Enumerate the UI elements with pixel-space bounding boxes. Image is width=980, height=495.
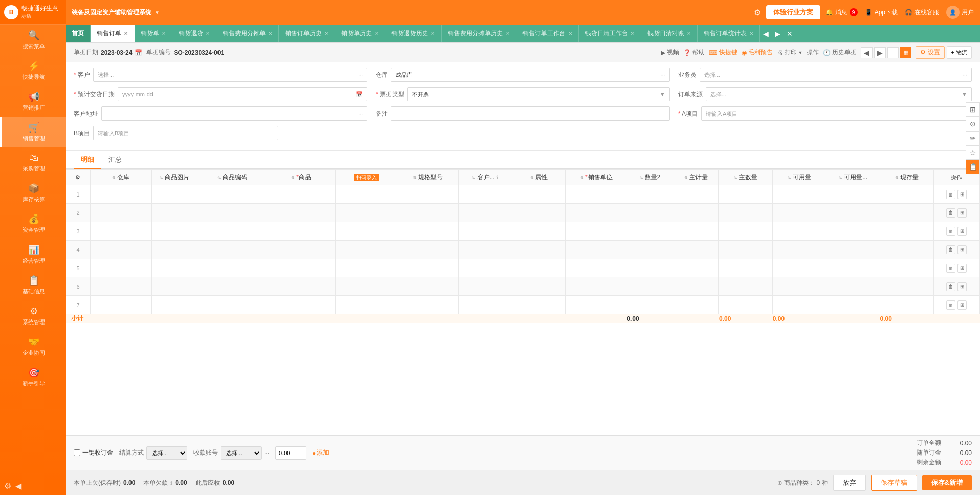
row-product-cell[interactable] <box>267 241 336 259</box>
row-main-qty-cell[interactable] <box>719 259 773 277</box>
sidebar-item-marketing[interactable]: 📢 营销推广 <box>0 86 66 117</box>
sidebar-item-purchase[interactable]: 🛍 采购管理 <box>0 147 66 178</box>
row-avail-cell[interactable] <box>773 204 826 222</box>
row-copy-icon[interactable]: ⊞ <box>957 208 967 218</box>
payment-method-select[interactable]: 选择... <box>146 446 187 460</box>
delivery-date-input[interactable]: yyyy-mm-dd 📅 <box>118 87 367 101</box>
row-image-cell[interactable] <box>151 241 198 259</box>
save-new-button[interactable]: 保存&新增 <box>922 475 972 490</box>
row-main-qty-cell[interactable] <box>719 204 773 222</box>
row-code-cell[interactable] <box>198 296 267 314</box>
row-code-cell[interactable] <box>198 241 267 259</box>
row-main-qty-cell[interactable] <box>719 241 773 259</box>
tab-home[interactable]: 首页 <box>66 25 91 42</box>
row-spec-cell[interactable] <box>397 296 459 314</box>
customer-dots-icon[interactable]: ··· <box>358 72 363 78</box>
float-btn-3[interactable]: ✏ <box>966 131 980 145</box>
salesperson-input[interactable]: 选择... ··· <box>700 68 972 82</box>
tab-cash-workbench[interactable]: 钱货日清工作台 ✕ <box>579 25 641 42</box>
row-main-unit-cell[interactable] <box>673 222 719 241</box>
tab-close-icon[interactable]: ✕ <box>506 31 510 36</box>
row-main-qty-cell[interactable] <box>719 185 773 204</box>
row-stock-cell[interactable] <box>880 222 934 241</box>
row-attr-cell[interactable] <box>512 277 565 296</box>
row-delete-icon[interactable]: 🗑 <box>946 227 955 236</box>
tab-cost-split[interactable]: 销售费用分摊单 ✕ <box>216 25 279 42</box>
row-delete-icon[interactable]: 🗑 <box>946 282 955 291</box>
col-settings-header[interactable]: ⚙ <box>66 170 91 185</box>
float-btn-2[interactable]: ⊙ <box>966 117 980 131</box>
row-product-cell[interactable] <box>267 222 336 241</box>
dropdown-icon[interactable]: ▼ <box>660 91 665 97</box>
save-draft-button[interactable]: 保存草稿 <box>871 475 917 491</box>
row-unit-cell[interactable] <box>565 185 627 204</box>
row-unit-cell[interactable] <box>565 296 627 314</box>
next-record-icon[interactable]: ▶ <box>874 47 886 58</box>
row-main-qty-cell[interactable] <box>719 296 773 314</box>
tab-next-icon[interactable]: ▶ <box>772 30 783 38</box>
float-btn-5[interactable]: 📋 <box>966 160 980 174</box>
row-attr-cell[interactable] <box>512 296 565 314</box>
tab-close-icon[interactable]: ✕ <box>749 31 753 36</box>
a-project-input[interactable]: 请输入A项目 <box>701 106 972 121</box>
tab-detail[interactable]: 明细 <box>74 151 101 169</box>
row-product-cell[interactable] <box>267 277 336 296</box>
user-item[interactable]: 👤 用户 <box>946 6 974 19</box>
app-download-item[interactable]: 📱 App下载 <box>865 8 898 17</box>
row-product-cell[interactable] <box>267 259 336 277</box>
row-product-cell[interactable] <box>267 185 336 204</box>
row-copy-icon[interactable]: ⊞ <box>957 227 967 236</box>
row-image-cell[interactable] <box>151 259 198 277</box>
calendar-icon[interactable]: 📅 <box>135 49 142 56</box>
account-select[interactable]: 选择... <box>221 446 262 460</box>
tab-order-history[interactable]: 销售订单历史 ✕ <box>279 25 335 42</box>
row-warehouse-cell[interactable] <box>90 296 151 314</box>
row-stock-cell[interactable] <box>880 259 934 277</box>
tab-sales-return[interactable]: 销货退货 ✕ <box>172 25 216 42</box>
row-avail-cell[interactable] <box>773 241 826 259</box>
address-dots-icon[interactable]: ··· <box>358 111 363 117</box>
row-attr-cell[interactable] <box>512 185 565 204</box>
row-copy-icon[interactable]: ⊞ <box>957 282 967 291</box>
print-action[interactable]: 🖨 打印 ▼ <box>777 48 803 57</box>
row-spec-cell[interactable] <box>397 241 459 259</box>
form-view-icon[interactable]: ▦ <box>900 47 911 58</box>
tab-close-icon[interactable]: ✕ <box>630 31 635 36</box>
industry-plan-button[interactable]: 体验行业方案 <box>766 5 820 19</box>
account-dots-icon[interactable]: ··· <box>264 449 269 457</box>
sidebar-item-basic[interactable]: 📋 基础信息 <box>0 270 66 300</box>
float-btn-1[interactable]: ⊞ <box>966 102 980 117</box>
sidebar-item-sales[interactable]: 🛒 销售管理 <box>0 117 66 147</box>
row-delete-icon[interactable]: 🗑 <box>946 190 955 199</box>
row-image-cell[interactable] <box>151 277 198 296</box>
row-customer-cell[interactable] <box>459 259 512 277</box>
tab-sales-stats[interactable]: 销售订单统计表 ✕ <box>698 25 760 42</box>
row-unit-cell[interactable] <box>565 259 627 277</box>
list-view-icon[interactable]: ≡ <box>887 47 899 58</box>
row-warehouse-cell[interactable] <box>90 222 151 241</box>
amount-input[interactable] <box>275 446 306 460</box>
row-attr-cell[interactable] <box>512 204 565 222</box>
topbar-settings-icon[interactable]: ⚙ <box>754 8 761 17</box>
tab-close-icon[interactable]: ✕ <box>568 31 572 36</box>
row-qty2-cell[interactable] <box>627 277 673 296</box>
float-btn-4[interactable]: ☆ <box>966 145 980 160</box>
one-click-checkbox[interactable]: 一键收订金 <box>74 448 113 457</box>
sidebar-item-nav[interactable]: ⚡ 快捷导航 <box>0 55 66 86</box>
row-avail2-cell[interactable] <box>826 241 880 259</box>
tab-invoice-history[interactable]: 销货单历史 ✕ <box>335 25 385 42</box>
row-spec-cell[interactable] <box>397 277 459 296</box>
row-avail-cell[interactable] <box>773 277 826 296</box>
row-main-qty-cell[interactable] <box>719 277 773 296</box>
row-avail2-cell[interactable] <box>826 277 880 296</box>
sidebar-item-search[interactable]: 🔍 搜索菜单 <box>0 25 66 55</box>
sidebar-item-system[interactable]: ⚙ 系统管理 <box>0 300 66 331</box>
add-payment-button[interactable]: ● 添加 <box>312 448 329 457</box>
row-delete-icon[interactable]: 🗑 <box>946 264 955 273</box>
remark-input[interactable] <box>391 106 669 121</box>
row-spec-cell[interactable] <box>397 185 459 204</box>
tab-menu-icon[interactable]: ✕ <box>783 30 796 38</box>
tab-sales-order[interactable]: 销售订单 ✕ <box>91 25 135 42</box>
row-warehouse-cell[interactable] <box>90 277 151 296</box>
row-qty2-cell[interactable] <box>627 241 673 259</box>
